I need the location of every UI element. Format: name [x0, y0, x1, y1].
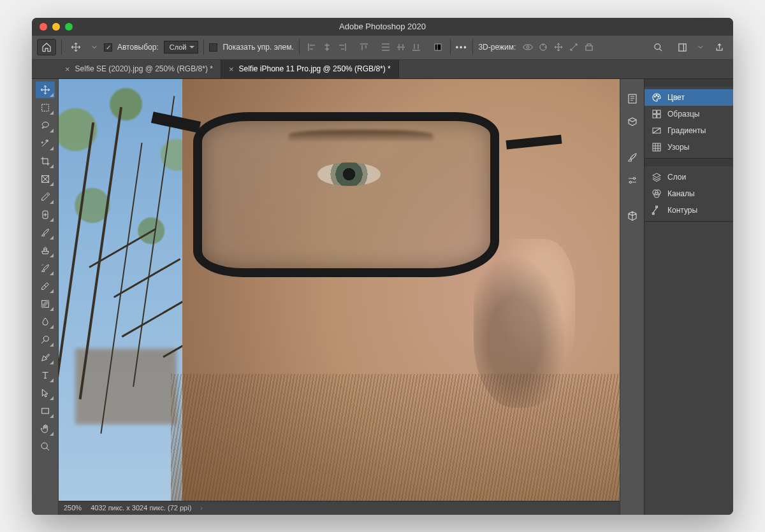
separator — [450, 40, 451, 55]
svg-point-0 — [523, 45, 532, 50]
history-brush-tool[interactable] — [36, 260, 55, 277]
svg-point-14 — [655, 96, 656, 97]
3d-orbit-button[interactable] — [521, 40, 535, 54]
panel-tab-paths[interactable]: Контуры — [645, 202, 733, 219]
panel-header-bar[interactable] — [645, 79, 733, 87]
libraries-panel-icon[interactable] — [624, 113, 641, 130]
rectangle-tool[interactable] — [36, 403, 55, 419]
3d-scale-button[interactable] — [582, 40, 596, 54]
toolbox — [32, 79, 59, 515]
titlebar: Adobe Photoshop 2020 — [32, 18, 733, 36]
auto-select-label: Автовыбор: — [117, 43, 159, 52]
clone-stamp-tool[interactable] — [36, 242, 55, 259]
zoom-tool[interactable] — [36, 438, 55, 455]
document-tab-label: Selfie iPhone 11 Pro.jpg @ 250% (RGB/8*)… — [238, 64, 390, 73]
pen-tool[interactable] — [36, 349, 55, 366]
3d-panel-icon[interactable] — [624, 208, 641, 224]
tool-preset-dropdown[interactable] — [90, 39, 99, 55]
properties-panel-icon[interactable] — [624, 90, 641, 107]
panel-tab-patterns[interactable]: Узоры — [645, 139, 733, 155]
panel-label: Каналы — [667, 189, 695, 198]
close-tab-icon[interactable]: × — [65, 64, 70, 74]
zoom-window-button[interactable] — [65, 23, 73, 31]
adjustments-panel-icon[interactable] — [624, 172, 641, 189]
dodge-tool[interactable] — [36, 331, 55, 348]
svg-point-12 — [41, 443, 47, 449]
panel-label: Образцы — [667, 110, 699, 119]
panel-label: Слои — [667, 173, 686, 182]
eyedropper-tool[interactable] — [36, 189, 55, 205]
align-right-button[interactable] — [335, 40, 349, 54]
status-flyout-icon[interactable]: › — [200, 504, 203, 512]
align-center-h-button[interactable] — [320, 40, 334, 54]
frame-tool[interactable] — [36, 171, 55, 187]
magic-wand-tool[interactable] — [36, 135, 55, 152]
type-tool[interactable] — [36, 367, 55, 384]
hand-tool[interactable] — [36, 421, 55, 437]
svg-point-1 — [527, 46, 529, 48]
3d-roll-button[interactable] — [536, 40, 550, 54]
channels-icon — [651, 189, 662, 199]
zoom-level[interactable]: 250% — [64, 504, 82, 512]
brushes-panel-icon[interactable] — [624, 149, 641, 166]
document-canvas[interactable] — [59, 79, 620, 501]
3d-slide-button[interactable] — [567, 40, 581, 54]
panel-label: Цвет — [667, 93, 685, 102]
healing-brush-tool[interactable] — [36, 206, 55, 223]
gradient-tool[interactable] — [36, 296, 55, 312]
path-selection-tool[interactable] — [36, 385, 55, 401]
brush-tool[interactable] — [36, 224, 55, 241]
blur-tool[interactable] — [36, 313, 55, 330]
panel-tab-swatches[interactable]: Образцы — [645, 106, 733, 122]
photo-content — [59, 79, 620, 501]
panel-tab-color[interactable]: Цвет — [645, 89, 733, 106]
window-controls — [32, 23, 73, 31]
svg-rect-3 — [586, 46, 592, 50]
svg-rect-5 — [678, 43, 685, 50]
svg-rect-19 — [653, 114, 656, 117]
align-top-button[interactable] — [357, 40, 371, 54]
distribute-top-button[interactable] — [379, 40, 393, 54]
workspace-switcher[interactable] — [673, 39, 691, 55]
home-button[interactable] — [37, 39, 56, 55]
show-transform-controls-checkbox[interactable] — [209, 43, 217, 52]
share-button[interactable] — [710, 39, 728, 55]
auto-select-checkbox[interactable] — [104, 43, 112, 52]
workspace-dropdown-icon[interactable] — [697, 39, 704, 55]
lasso-tool[interactable] — [36, 117, 55, 134]
patterns-icon — [651, 142, 662, 152]
main-area: 250% 4032 пикс. x 3024 пикс. (72 ppi) › — [32, 79, 733, 515]
paths-icon — [651, 205, 662, 215]
move-tool[interactable] — [36, 82, 55, 98]
3d-pan-button[interactable] — [551, 40, 565, 54]
crop-tool[interactable] — [36, 153, 55, 169]
align-left-button[interactable] — [305, 40, 319, 54]
distribute-center-v-button[interactable] — [394, 40, 408, 54]
status-bar: 250% 4032 пикс. x 3024 пикс. (72 ppi) › — [59, 501, 620, 515]
panel-header-bar[interactable] — [645, 159, 733, 166]
auto-select-target-select[interactable]: Слой — [164, 41, 199, 54]
document-info[interactable]: 4032 пикс. x 3024 пикс. (72 ppi) — [91, 504, 191, 512]
marquee-tool[interactable] — [36, 99, 55, 116]
document-tab[interactable]: × Selfie iPhone 11 Pro.jpg @ 250% (RGB/8… — [221, 60, 399, 78]
close-tab-icon[interactable]: × — [229, 64, 234, 74]
search-button[interactable] — [649, 39, 667, 55]
close-window-button[interactable] — [40, 23, 47, 31]
svg-rect-13 — [629, 94, 636, 103]
align-more-button[interactable] — [431, 40, 445, 54]
document-tab[interactable]: × Selfie SE (2020).jpg @ 250% (RGB/8*) * — [57, 60, 221, 78]
swatches-icon — [651, 109, 662, 119]
svg-rect-22 — [653, 143, 660, 151]
overflow-button[interactable]: ••• — [456, 43, 468, 52]
panel-tab-channels[interactable]: Каналы — [645, 185, 733, 202]
separator — [203, 40, 204, 55]
eraser-tool[interactable] — [36, 278, 55, 294]
panel-tab-layers[interactable]: Слои — [645, 169, 733, 185]
distribute-bottom-button[interactable] — [409, 40, 423, 54]
show-transform-controls-label: Показать упр. элем. — [222, 43, 293, 52]
separator — [61, 40, 62, 55]
minimize-window-button[interactable] — [52, 23, 60, 31]
panel-label: Узоры — [667, 143, 689, 152]
panel-tab-gradients[interactable]: Градиенты — [645, 122, 733, 139]
move-tool-icon[interactable] — [67, 39, 85, 55]
